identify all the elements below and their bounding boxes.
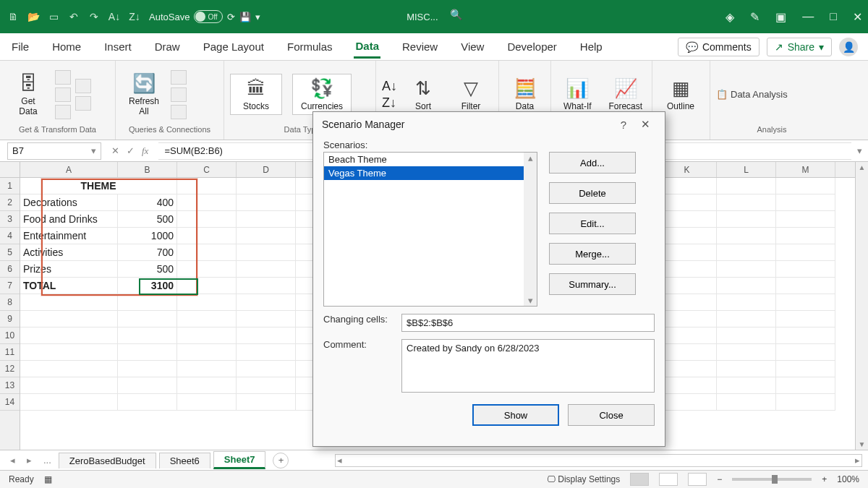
cell[interactable] bbox=[717, 328, 776, 344]
row-header[interactable]: 1 bbox=[0, 178, 20, 194]
sort-button[interactable]: ⇅Sort bbox=[401, 77, 445, 111]
cell[interactable] bbox=[776, 377, 835, 394]
close-button[interactable]: ✕ bbox=[853, 10, 862, 24]
cell[interactable] bbox=[658, 344, 717, 361]
normal-view-button[interactable] bbox=[630, 473, 649, 486]
save-icon[interactable]: 💾 bbox=[239, 12, 251, 22]
zoom-in-button[interactable]: + bbox=[822, 474, 827, 484]
properties-button[interactable] bbox=[171, 87, 187, 102]
cell[interactable] bbox=[776, 278, 835, 294]
cell[interactable] bbox=[20, 344, 118, 361]
row-header[interactable]: 8 bbox=[0, 294, 20, 311]
cell[interactable] bbox=[237, 211, 296, 228]
row-header[interactable]: 5 bbox=[0, 244, 20, 261]
cell[interactable]: 500 bbox=[118, 211, 177, 228]
get-data-button[interactable]: 🗄Get Data bbox=[6, 72, 51, 116]
cancel-formula-icon[interactable]: ✕ bbox=[111, 145, 119, 157]
autosave-switch[interactable]: Off bbox=[194, 10, 223, 23]
from-table-button[interactable] bbox=[55, 105, 71, 119]
print-icon[interactable]: ▭ bbox=[46, 9, 61, 24]
col-header[interactable]: C bbox=[177, 162, 237, 177]
comments-button[interactable]: 💬Comments bbox=[678, 38, 760, 56]
cell[interactable] bbox=[177, 311, 237, 328]
zoom-out-button[interactable]: − bbox=[717, 474, 722, 484]
cell[interactable] bbox=[118, 294, 177, 311]
currencies-button[interactable]: 💱Currencies bbox=[292, 74, 352, 115]
cell[interactable] bbox=[658, 294, 717, 311]
cell[interactable]: 700 bbox=[118, 244, 177, 261]
summary-button[interactable]: Summary... bbox=[549, 273, 636, 295]
row-header[interactable]: 6 bbox=[0, 261, 20, 278]
autosave-toggle[interactable]: AutoSave Off ⟳ 💾 ▾ bbox=[149, 10, 260, 23]
dialog-help-button[interactable]: ? bbox=[613, 119, 634, 131]
cell[interactable] bbox=[717, 261, 776, 278]
cell[interactable]: 3100 bbox=[118, 278, 177, 294]
cell[interactable] bbox=[776, 294, 835, 311]
search-box[interactable]: 🔍 bbox=[450, 9, 580, 25]
outline-button[interactable]: ▦Outline bbox=[658, 77, 703, 111]
cell[interactable] bbox=[776, 228, 835, 244]
fx-icon[interactable]: fx bbox=[142, 145, 148, 157]
cell[interactable] bbox=[776, 244, 835, 261]
list-scrollbar[interactable]: ▴▾ bbox=[524, 153, 537, 306]
row-header[interactable]: 2 bbox=[0, 194, 20, 211]
edit-links-button[interactable] bbox=[171, 105, 187, 119]
refresh-all-button[interactable]: 🔄Refresh All bbox=[122, 72, 166, 116]
diamond-icon[interactable]: ◈ bbox=[726, 10, 734, 24]
cell[interactable] bbox=[237, 311, 296, 328]
cell[interactable] bbox=[776, 211, 835, 228]
cell[interactable] bbox=[20, 394, 118, 411]
horizontal-scrollbar[interactable]: ◂▸ bbox=[335, 454, 862, 467]
cell[interactable]: Decorations bbox=[20, 194, 118, 211]
filter-button[interactable]: ▽Filter bbox=[449, 77, 493, 111]
sheet-ellipsis[interactable]: ... bbox=[39, 455, 56, 466]
cell[interactable] bbox=[658, 228, 717, 244]
dropdown-icon[interactable]: ▾ bbox=[255, 12, 260, 22]
row-header[interactable]: 3 bbox=[0, 211, 20, 228]
row-header[interactable]: 4 bbox=[0, 228, 20, 244]
tab-page-layout[interactable]: Page Layout bbox=[202, 36, 265, 57]
stocks-button[interactable]: 🏛Stocks bbox=[230, 74, 282, 115]
cell[interactable] bbox=[776, 178, 835, 194]
cell[interactable] bbox=[237, 344, 296, 361]
share-button[interactable]: ↗Share▾ bbox=[767, 38, 832, 56]
cell[interactable] bbox=[20, 377, 118, 394]
add-sheet-button[interactable]: + bbox=[273, 453, 289, 468]
open-icon[interactable]: 📂 bbox=[26, 9, 41, 24]
cell[interactable] bbox=[776, 261, 835, 278]
cell[interactable] bbox=[177, 178, 237, 194]
name-box[interactable]: B7▾ bbox=[7, 142, 101, 160]
scenario-item[interactable]: Beach Theme bbox=[324, 153, 537, 166]
cell[interactable] bbox=[658, 394, 717, 411]
show-button[interactable]: Show bbox=[472, 404, 559, 426]
cell[interactable] bbox=[177, 228, 237, 244]
vertical-scrollbar[interactable]: ▲▼ bbox=[855, 162, 868, 450]
display-settings-button[interactable]: 🖵 Display Settings bbox=[547, 474, 620, 484]
cell[interactable]: TOTAL bbox=[20, 278, 118, 294]
cell[interactable] bbox=[717, 394, 776, 411]
tab-data[interactable]: Data bbox=[354, 35, 380, 59]
col-header[interactable]: A bbox=[20, 162, 118, 177]
cell[interactable] bbox=[177, 377, 237, 394]
cell[interactable] bbox=[658, 328, 717, 344]
cell[interactable] bbox=[717, 377, 776, 394]
data-tools-button[interactable]: 🧮Data bbox=[505, 77, 545, 111]
cell[interactable] bbox=[20, 294, 118, 311]
cell[interactable] bbox=[717, 294, 776, 311]
cell[interactable] bbox=[776, 361, 835, 377]
cell[interactable] bbox=[237, 194, 296, 211]
cell[interactable] bbox=[658, 311, 717, 328]
cell[interactable] bbox=[658, 194, 717, 211]
row-header[interactable]: 13 bbox=[0, 377, 20, 394]
cell[interactable]: Entertainment bbox=[20, 228, 118, 244]
cell[interactable] bbox=[237, 261, 296, 278]
row-header[interactable]: 10 bbox=[0, 328, 20, 344]
sheet-nav-prev[interactable]: ◂ bbox=[6, 455, 20, 466]
col-header[interactable]: M bbox=[776, 162, 835, 177]
sort-az-icon[interactable]: A↓ bbox=[382, 79, 397, 94]
cell[interactable] bbox=[237, 394, 296, 411]
cell[interactable] bbox=[177, 328, 237, 344]
cell[interactable] bbox=[776, 328, 835, 344]
tab-insert[interactable]: Insert bbox=[103, 36, 133, 57]
row-header[interactable]: 14 bbox=[0, 394, 20, 411]
